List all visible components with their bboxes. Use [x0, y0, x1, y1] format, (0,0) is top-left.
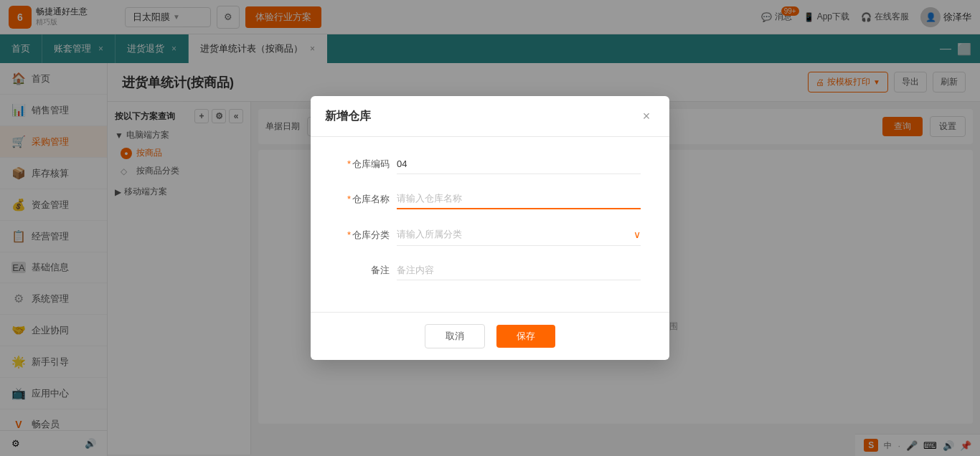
cancel-button[interactable]: 取消 — [425, 324, 485, 348]
warehouse-code-input[interactable] — [397, 154, 641, 174]
modal-footer: 取消 保存 — [311, 312, 669, 360]
remark-input[interactable] — [397, 260, 641, 280]
modal-new-warehouse: 新增仓库 × *仓库编码 *仓库名称 *仓库分类 — [311, 96, 669, 360]
form-row-category: *仓库分类 请输入所属分类 ∨ — [339, 224, 641, 246]
form-row-remark: 备注 — [339, 260, 641, 280]
category-label: *仓库分类 — [339, 229, 397, 242]
category-dropdown-arrow: ∨ — [633, 229, 641, 240]
remark-label: 备注 — [339, 264, 397, 277]
modal-title: 新增仓库 — [325, 109, 371, 124]
warehouse-category-select[interactable]: 请输入所属分类 ∨ — [397, 224, 641, 246]
warehouse-name-input[interactable] — [397, 189, 641, 209]
modal-overlay[interactable]: 新增仓库 × *仓库编码 *仓库名称 *仓库分类 — [0, 0, 980, 456]
modal-header: 新增仓库 × — [311, 96, 669, 137]
form-row-code: *仓库编码 — [339, 154, 641, 174]
category-placeholder: 请输入所属分类 — [397, 228, 462, 241]
code-label: *仓库编码 — [339, 158, 397, 171]
name-label: *仓库名称 — [339, 193, 397, 206]
modal-close-button[interactable]: × — [638, 108, 655, 125]
save-button[interactable]: 保存 — [496, 325, 555, 348]
form-row-name: *仓库名称 — [339, 189, 641, 209]
modal-body: *仓库编码 *仓库名称 *仓库分类 请输入所属分类 ∨ — [311, 137, 669, 312]
